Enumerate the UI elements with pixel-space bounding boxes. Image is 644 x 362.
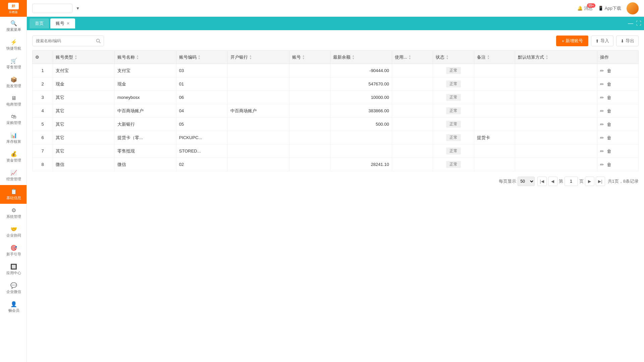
sidebar-item-app-center[interactable]: 🔲 应用中心 [0, 260, 26, 279]
col-status[interactable]: 状态 ▲▼ [433, 51, 474, 64]
edit-button[interactable]: ✏ [600, 95, 604, 100]
sidebar-item-finance[interactable]: 💰 资金管理 [0, 147, 26, 166]
sidebar-item-retail[interactable]: 🛒 零售管理 [0, 54, 26, 73]
topbar-left: ▼ [32, 4, 80, 13]
app-download-button[interactable]: 📱 App下载 [598, 5, 621, 11]
cell-account [289, 64, 330, 77]
tab-bar: 首页 账号 ✕ — ⛶ [27, 17, 644, 30]
edit-button[interactable]: ✏ [600, 148, 604, 154]
sidebar-label-enterprise: 企业协同 [2, 233, 25, 238]
col-default-label: 默认结算方式 [518, 54, 544, 60]
col-usage-sort: ▲▼ [409, 55, 411, 60]
sidebar-item-wechat-work[interactable]: 💬 企业微信 [0, 279, 26, 298]
logo-text: 乐燃版 [9, 10, 18, 14]
search-input[interactable] [33, 39, 93, 43]
sidebar-item-inventory[interactable]: 📊 库存核算 [0, 129, 26, 147]
cell-usage [392, 91, 433, 104]
col-status-sort: ▲▼ [446, 55, 448, 60]
cell-note [474, 144, 515, 158]
search-button[interactable] [93, 36, 104, 46]
sidebar-item-ecommerce[interactable]: 🖥 电商管理 [0, 92, 26, 110]
app-center-icon: 🔲 [2, 263, 25, 270]
notification-button[interactable]: 🔔 消息 99+ [577, 5, 593, 11]
sidebar-item-basic-info[interactable]: 📋 基础信息 [0, 185, 26, 204]
col-action-label: 操作 [600, 55, 609, 60]
cell-note [474, 91, 515, 104]
page-input[interactable] [565, 177, 578, 186]
cell-name: 微信 [115, 158, 176, 171]
tab-account-close[interactable]: ✕ [66, 21, 70, 25]
status-badge: 正常 [446, 121, 461, 128]
delete-button[interactable]: 🗑 [607, 108, 611, 114]
sidebar-item-member[interactable]: 👤 畅会员 [0, 298, 26, 316]
col-name[interactable]: 账号名称 ▲▼ [115, 51, 176, 64]
col-status-label: 状态 [436, 54, 444, 60]
edit-button[interactable]: ✏ [600, 135, 604, 140]
col-note-label: 备注 [477, 54, 486, 60]
edit-button[interactable]: ✏ [600, 122, 604, 127]
cell-usage [392, 144, 433, 158]
edit-button[interactable]: ✏ [600, 81, 604, 87]
page-last-button[interactable]: ▶| [596, 177, 605, 186]
import-button[interactable]: ⬆ 导入 [591, 36, 613, 46]
app-logo[interactable]: 好 乐燃版 [0, 0, 27, 17]
delete-button[interactable]: 🗑 [607, 162, 611, 167]
col-usage[interactable]: 使用... ▲▼ [392, 51, 433, 64]
col-balance-sort: ▲▼ [352, 55, 355, 60]
per-page-select[interactable]: 50 100 200 [518, 177, 535, 186]
inventory-icon: 📊 [2, 132, 25, 138]
quicknav-icon: ⚡ [2, 39, 25, 45]
col-type[interactable]: 账号类型 ▲▼ [53, 51, 115, 64]
col-note[interactable]: 备注 ▲▼ [474, 51, 515, 64]
col-bank[interactable]: 开户银行 ▲▼ [227, 51, 289, 64]
sidebar-item-purchase[interactable]: 🛍 采购管理 [0, 110, 26, 129]
edit-button[interactable]: ✏ [600, 162, 604, 167]
tab-home[interactable]: 首页 [30, 18, 49, 28]
cell-note: 提货卡 [474, 131, 515, 144]
topbar-dropdown[interactable]: ▼ [76, 6, 80, 11]
col-balance[interactable]: 最新余额 ▲▼ [330, 51, 392, 64]
cell-name: 零售抵现 [115, 144, 176, 158]
sidebar-item-guide[interactable]: 🎯 新手引导 [0, 241, 26, 260]
page-next-button[interactable]: ▶ [585, 177, 594, 186]
user-avatar[interactable] [627, 2, 639, 14]
sidebar-item-operations[interactable]: 📈 经营管理 [0, 166, 26, 185]
cell-code: 04 [176, 104, 227, 118]
col-settings[interactable]: ⚙ [33, 51, 53, 64]
tab-maximize-button[interactable]: ⛶ [636, 20, 641, 26]
add-account-button[interactable]: + 新增账号 [556, 36, 588, 46]
tab-minimize-button[interactable]: — [628, 20, 633, 26]
delete-button[interactable]: 🗑 [607, 148, 611, 154]
col-default-settlement[interactable]: 默认结算方式 ▲▼ [515, 51, 597, 64]
col-code[interactable]: 账号编码 ▲▼ [176, 51, 227, 64]
delete-button[interactable]: 🗑 [607, 135, 611, 140]
cell-balance [330, 144, 392, 158]
sidebar-item-quicknav[interactable]: ⚡ 快捷导航 [0, 36, 26, 54]
sidebar-item-search[interactable]: 🔍 搜索菜单 [0, 17, 26, 36]
edit-button[interactable]: ✏ [600, 68, 604, 73]
topbar-search-input[interactable] [32, 4, 72, 13]
cell-num: 6 [33, 131, 53, 144]
delete-button[interactable]: 🗑 [607, 95, 611, 100]
col-note-sort: ▲▼ [487, 55, 490, 60]
table-row: 2 现金 现金 01 547670.00 正常 ✏ 🗑 [33, 77, 639, 91]
delete-button[interactable]: 🗑 [607, 68, 611, 73]
cell-status: 正常 [433, 91, 474, 104]
page-prev-button[interactable]: ◀ [548, 177, 557, 186]
cell-note [474, 77, 515, 91]
cell-type: 其它 [53, 131, 115, 144]
sidebar-item-enterprise[interactable]: 🤝 企业协同 [0, 223, 26, 241]
delete-button[interactable]: 🗑 [607, 81, 611, 87]
cell-bank [227, 64, 289, 77]
page-nav: |◀ ◀ 第 页 ▶ ▶| [537, 177, 605, 186]
col-account[interactable]: 账号 ▲▼ [289, 51, 330, 64]
page-first-button[interactable]: |◀ [537, 177, 547, 186]
edit-button[interactable]: ✏ [600, 108, 604, 114]
notification-icon: 🔔 [577, 6, 583, 11]
sidebar-item-wholesale[interactable]: 📦 批发管理 [0, 73, 26, 92]
tab-account[interactable]: 账号 ✕ [50, 18, 75, 28]
cell-num: 3 [33, 91, 53, 104]
delete-button[interactable]: 🗑 [607, 122, 611, 127]
sidebar-item-system[interactable]: ⚙ 系统管理 [0, 204, 26, 223]
export-button[interactable]: ⬇ 导出 [616, 36, 639, 46]
